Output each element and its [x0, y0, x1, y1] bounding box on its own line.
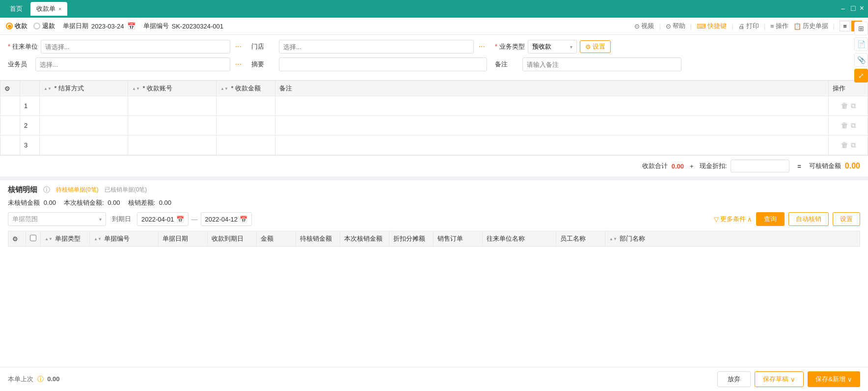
delete-icon-2[interactable]: 🗑 — [841, 121, 848, 130]
business-type-select[interactable]: 预收款 ▾ — [528, 40, 577, 54]
abandon-button[interactable]: 放弃 — [717, 371, 751, 387]
remark-label: 备注 — [495, 60, 519, 69]
sidebar-expand-icon[interactable]: ⤢ — [854, 69, 868, 83]
store-input[interactable] — [279, 40, 474, 54]
refund-label: 退款 — [42, 22, 55, 30]
date-range: 2022-04-01 📅 — 2022-04-12 📅 — [137, 212, 252, 226]
window-controls: － □ × — [839, 4, 864, 14]
td-amount-2[interactable] — [217, 116, 275, 136]
td-settle-2[interactable] — [40, 116, 128, 136]
sidebar-clip-icon[interactable]: 📎 — [854, 53, 868, 67]
delete-icon-3[interactable]: 🗑 — [841, 141, 848, 149]
copy-icon-2[interactable]: ⧉ — [851, 121, 856, 130]
table-row: 1 🗑 ⧉ — [0, 96, 868, 116]
plus-sign: + — [690, 163, 694, 170]
chevron-up-icon: ∧ — [747, 216, 752, 223]
right-sidebar: ⊞ 📄 📎 ⤢ — [852, 18, 868, 86]
done-tab[interactable]: 已核销单据(0笔) — [105, 186, 147, 194]
filter-row: 单据范围 ▾ 到期日 2022-04-01 📅 — 2022-04-12 📅 ▽… — [8, 212, 860, 226]
save-button[interactable]: 保存&新增 ∨ — [808, 371, 860, 387]
ops-btn[interactable]: ≡ 操作 — [770, 22, 788, 30]
pending-tab[interactable]: 待核销单据(0笔) — [56, 186, 99, 194]
tab-close-icon[interactable]: × — [58, 6, 61, 12]
receipt-table: ⚙ ▲▼ * 结算方式 ▲▼ * 收款账号 ▲▼ * — [0, 81, 868, 155]
date-to-input[interactable]: 2022-04-12 📅 — [201, 212, 252, 226]
writeoff-stats: 未核销金额 0.00 本次核销金额: 0.00 核销差额: 0.00 — [8, 198, 860, 207]
auto-writeoff-button[interactable]: 自动核销 — [788, 212, 829, 226]
remark-field: 备注 — [495, 57, 681, 71]
td-settle-1[interactable] — [40, 96, 128, 116]
th-gear[interactable]: ⚙ — [0, 81, 20, 96]
view-list-btn[interactable]: ≡ — [840, 21, 850, 31]
net-label: 可核销金额 — [809, 162, 841, 170]
sidebar-table-icon[interactable]: ⊞ — [854, 22, 868, 35]
info-icon[interactable]: ⓘ — [43, 186, 50, 195]
setting-button[interactable]: ⚙ 设置 — [580, 40, 611, 53]
td-account-2[interactable] — [128, 116, 217, 136]
remark-input[interactable] — [522, 57, 681, 71]
td-amount-1[interactable] — [217, 96, 275, 116]
td-gear-1 — [0, 96, 20, 116]
toolbar-row: 收款 退款 单据日期 2023-03-24 📅 单据编号 SK-20230324… — [0, 18, 868, 35]
writeoff-section: 核销明细 ⓘ 待核销单据(0笔) 已核销单据(0笔) 未核销金额 0.00 本次… — [0, 176, 868, 251]
store-more-btn[interactable]: ··· — [477, 42, 487, 51]
td-note-1[interactable] — [275, 96, 829, 116]
th-note: 备注 — [275, 81, 829, 96]
tab-current[interactable]: 收款单 × — [30, 2, 67, 16]
td-note-2[interactable] — [275, 116, 829, 136]
sidebar-doc-icon[interactable]: 📄 — [854, 37, 868, 51]
maximize-icon[interactable]: □ — [851, 4, 856, 14]
discount-input[interactable] — [731, 160, 789, 172]
range-select[interactable]: 单据范围 ▾ — [8, 212, 106, 226]
salesperson-input[interactable] — [35, 57, 230, 71]
calendar-from-icon: 📅 — [176, 216, 184, 223]
footer-info-icon[interactable]: ⓘ — [37, 375, 44, 383]
minimize-icon[interactable]: － — [839, 4, 847, 14]
counterpart-input[interactable] — [41, 40, 230, 54]
select-all-checkbox[interactable] — [30, 235, 36, 241]
summary-input[interactable] — [279, 57, 487, 71]
range-select-placeholder: 单据范围 — [12, 215, 97, 223]
th-bottom-gear[interactable]: ⚙ — [8, 231, 26, 247]
td-account-1[interactable] — [128, 96, 217, 116]
receipt-label: 收款 — [15, 22, 27, 30]
salesperson-more-btn[interactable]: ··· — [233, 60, 244, 69]
writeoff-title: 核销明细 — [8, 185, 37, 195]
print-btn[interactable]: 🖨 打印 — [738, 22, 759, 30]
td-note-3[interactable] — [275, 136, 829, 155]
query-button[interactable]: 查询 — [756, 212, 785, 226]
video-btn[interactable]: ⊙ 视频 — [634, 22, 654, 30]
date-from-input[interactable]: 2022-04-01 📅 — [137, 212, 189, 226]
counterpart-more-btn[interactable]: ··· — [233, 42, 244, 51]
th-date: 单据日期 — [159, 231, 208, 247]
store-field: 门店 ··· — [251, 40, 487, 54]
footer-info: 本单上次 ⓘ 0.00 — [8, 375, 60, 384]
history-btn[interactable]: 📋 历史单据 — [793, 22, 828, 30]
th-due: 收款到期日 — [208, 231, 257, 247]
calendar-icon[interactable]: 📅 — [127, 22, 136, 30]
copy-icon-1[interactable]: ⧉ — [851, 102, 856, 110]
help-btn[interactable]: ⊙ 帮助 — [666, 22, 685, 30]
number-field: 单据编号 SK-20230324-001 — [143, 22, 224, 30]
draft-chevron-icon: ∨ — [790, 376, 795, 383]
delete-icon-1[interactable]: 🗑 — [841, 102, 848, 110]
writeoff-setting-button[interactable]: 设置 — [833, 212, 860, 226]
td-account-3[interactable] — [128, 136, 217, 155]
draft-button[interactable]: 保存草稿 ∨ — [755, 371, 804, 387]
th-amount: 金额 — [257, 231, 296, 247]
more-conditions-btn[interactable]: ▽ 更多条件 ∧ — [714, 212, 752, 226]
td-settle-3[interactable] — [40, 136, 128, 155]
td-amount-3[interactable] — [217, 136, 275, 155]
help-icon: ⊙ — [666, 23, 671, 30]
unverified-stat: 未核销金额 0.00 — [8, 198, 56, 207]
th-amount: ▲▼ * 收款金额 — [217, 81, 275, 96]
shortcut-btn[interactable]: ⌨ 快捷键 — [697, 22, 727, 30]
th-account: ▲▼ * 收款账号 — [128, 81, 217, 96]
receipt-radio[interactable]: 收款 — [6, 22, 27, 30]
refund-radio[interactable]: 退款 — [33, 22, 55, 30]
tab-home[interactable]: 首页 — [4, 2, 28, 16]
th-dept: ▲▼ 部门名称 — [605, 231, 860, 247]
th-checkbox[interactable] — [26, 231, 41, 247]
window-close-icon[interactable]: × — [860, 4, 864, 14]
copy-icon-3[interactable]: ⧉ — [851, 141, 856, 149]
